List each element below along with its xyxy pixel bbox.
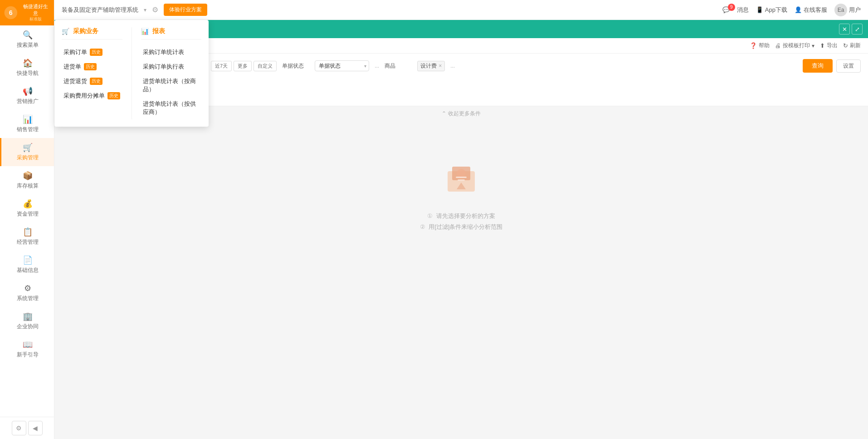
refresh-label: 刷新: [850, 42, 861, 49]
topbar-right: 💬 9 消息 📱 App下载 👤 在线客服 Ea 用户: [722, 4, 861, 16]
sidebar-item-quick-nav-label: 快捷导航: [17, 69, 39, 77]
empty-illustration: [439, 158, 484, 203]
user-item[interactable]: Ea 用户: [834, 4, 861, 16]
po-exec-label: 采购订单执行表: [143, 63, 184, 71]
sidebar-item-marketing-label: 营销推广: [17, 98, 39, 105]
quick-7days-btn[interactable]: 近7天: [211, 61, 232, 71]
goods-tag-close-icon[interactable]: ×: [439, 63, 442, 69]
purchase-expense-label: 采购费用分摊单: [63, 92, 105, 100]
svg-rect-5: [456, 177, 467, 178]
topbar-gear-icon[interactable]: ⚙: [152, 5, 158, 14]
quick-more-btn[interactable]: 更多: [234, 61, 252, 71]
purchase-return-hist-badge: 历史: [90, 78, 102, 85]
purchase-receipt-label: 进货单: [63, 63, 81, 71]
dropdown-item-receipt-stat-supplier[interactable]: 进货单统计表（按供应商）: [141, 97, 202, 119]
order-status-label: 单据状态: [282, 62, 309, 70]
purchase-icon: 🛒: [23, 143, 33, 153]
goods-tag-text: 设计费: [420, 62, 437, 70]
dropdown-item-po-stat[interactable]: 采购订单统计表: [141, 45, 202, 59]
system-title: 装备及固定资产辅助管理系统: [62, 6, 138, 14]
basic-info-icon: 📄: [23, 255, 33, 265]
report-col-title: 报表: [152, 27, 165, 35]
sidebar-item-newbie[interactable]: 📖 新手引导: [0, 335, 54, 363]
dropdown-item-purchase-receipt[interactable]: 进货单 历史: [62, 59, 122, 74]
help-label: 帮助: [759, 42, 770, 49]
search-icon: 🔍: [23, 30, 33, 40]
report-col-header: 📊 报表: [141, 27, 202, 39]
sidebar-item-inventory[interactable]: 📦 库存核算: [0, 166, 54, 194]
purchase-dropdown-menu: 🛒 采购业务 采购订单 历史 进货单 历史 进货退货 历史 采购费用分摊单 历史…: [54, 20, 209, 127]
sidebar-item-basic-info-label: 基础信息: [17, 266, 39, 274]
sidebar-item-search-label: 搜索菜单: [17, 41, 39, 49]
enterprise-icon: 🏢: [23, 311, 33, 321]
settings-button[interactable]: 设置: [836, 59, 861, 73]
purchase-receipt-hist-badge: 历史: [84, 63, 97, 70]
sales-icon: 📊: [23, 114, 33, 124]
sidebar-item-sales-label: 销售管理: [17, 126, 39, 133]
app-download-label: App下载: [765, 6, 787, 14]
order-status-select[interactable]: 单据状态: [315, 60, 369, 71]
sidebar-item-finance[interactable]: 💰 资金管理: [0, 194, 54, 222]
sidebar-item-inventory-label: 库存核算: [17, 182, 39, 190]
notification-item[interactable]: 💬 9 消息: [722, 6, 749, 14]
logo-text: 畅捷通好生意: [21, 3, 50, 16]
date-quick-btns: 近7天 更多 自定义: [211, 61, 277, 71]
sidebar-item-operation-label: 经营管理: [17, 238, 39, 246]
sidebar-item-sales[interactable]: 📊 销售管理: [0, 110, 54, 138]
phone-icon: 📱: [756, 6, 763, 13]
sidebar-item-system[interactable]: ⚙ 系统管理: [0, 279, 54, 307]
sidebar-settings-button[interactable]: ⚙: [12, 421, 26, 435]
dropdown-item-receipt-stat-goods[interactable]: 进货单统计表（按商品）: [141, 74, 202, 97]
industry-btn[interactable]: 体验行业方案: [164, 4, 207, 16]
export-label: 导出: [827, 42, 838, 49]
purchase-order-hist-badge: 历史: [90, 49, 102, 56]
refresh-icon: ↻: [843, 42, 848, 49]
export-button[interactable]: ⬆ 导出: [820, 42, 838, 49]
quick-custom-btn[interactable]: 自定义: [254, 61, 277, 71]
tabbar-expand-button[interactable]: ⤢: [852, 24, 863, 35]
topbar-arrow[interactable]: ▾: [144, 7, 146, 13]
sidebar-collapse-button[interactable]: ◀: [28, 421, 43, 435]
app-download-item[interactable]: 📱 App下载: [756, 6, 787, 14]
tabbar-close-button[interactable]: ✕: [839, 24, 850, 35]
order-status-ellipsis[interactable]: ...: [375, 63, 379, 69]
home-icon: 🏠: [23, 58, 33, 68]
purchase-col: 🛒 采购业务 采购订单 历史 进货单 历史 进货退货 历史 采购费用分摊单 历史: [62, 27, 122, 119]
sidebar-logo: 6 畅捷通好生意 标准版: [0, 0, 54, 25]
system-icon: ⚙: [24, 283, 31, 293]
sidebar-item-purchase-label: 采购管理: [17, 154, 39, 162]
logo-badge: 标准版: [21, 16, 50, 22]
sidebar-item-newbie-label: 新手引导: [17, 351, 39, 359]
dropdown-item-po-exec[interactable]: 采购订单执行表: [141, 59, 202, 74]
empty-hint-2: ② 用[过滤]条件来缩小分析范围: [420, 223, 503, 231]
svg-rect-6: [458, 179, 465, 181]
online-service-item[interactable]: 👤 在线客服: [795, 6, 827, 14]
print-button[interactable]: 🖨 按模板打印 ▾: [775, 42, 814, 49]
goods-ellipsis[interactable]: ...: [450, 63, 455, 69]
dropdown-item-purchase-order[interactable]: 采购订单 历史: [62, 45, 122, 59]
collapse-text: ⌃ 收起更多条件: [442, 110, 480, 117]
topbar: 装备及固定资产辅助管理系统 ▾ ⚙ 体验行业方案 💬 9 消息 📱 App下载 …: [54, 0, 868, 20]
help-button[interactable]: ❓ 帮助: [750, 42, 770, 49]
logo-icon: 6: [4, 5, 18, 20]
avatar: Ea: [834, 4, 847, 16]
empty-hint-1-text: 请先选择要分析的方案: [436, 212, 495, 219]
sidebar-item-enterprise[interactable]: 🏢 企业协同: [0, 307, 54, 335]
sidebar-item-marketing[interactable]: 📢 营销推广: [0, 82, 54, 110]
sidebar-item-search[interactable]: 🔍 搜索菜单: [0, 25, 54, 54]
dropdown-item-purchase-expense[interactable]: 采购费用分摊单 历史: [62, 89, 122, 103]
sidebar-item-finance-label: 资金管理: [17, 210, 39, 218]
dropdown-item-purchase-return[interactable]: 进货退货 历史: [62, 74, 122, 89]
sidebar-item-purchase[interactable]: 🛒 采购管理: [0, 138, 54, 166]
sidebar-item-operation[interactable]: 📋 经营管理: [0, 222, 54, 251]
query-button[interactable]: 查询: [803, 59, 833, 73]
purchase-col-icon: 🛒: [62, 28, 69, 35]
sidebar-item-quick-nav[interactable]: 🏠 快捷导航: [0, 54, 54, 82]
print-label: 按模板打印: [783, 42, 810, 49]
purchase-col-header: 🛒 采购业务: [62, 27, 122, 39]
purchase-order-label: 采购订单: [63, 48, 87, 56]
sidebar-item-basic-info[interactable]: 📄 基础信息: [0, 251, 54, 279]
refresh-button[interactable]: ↻ 刷新: [843, 42, 861, 49]
empty-hint-2-text: 用[过滤]条件来缩小分析范围: [429, 223, 502, 230]
receipt-stat-supplier-label: 进货单统计表（按供应商）: [143, 100, 200, 116]
